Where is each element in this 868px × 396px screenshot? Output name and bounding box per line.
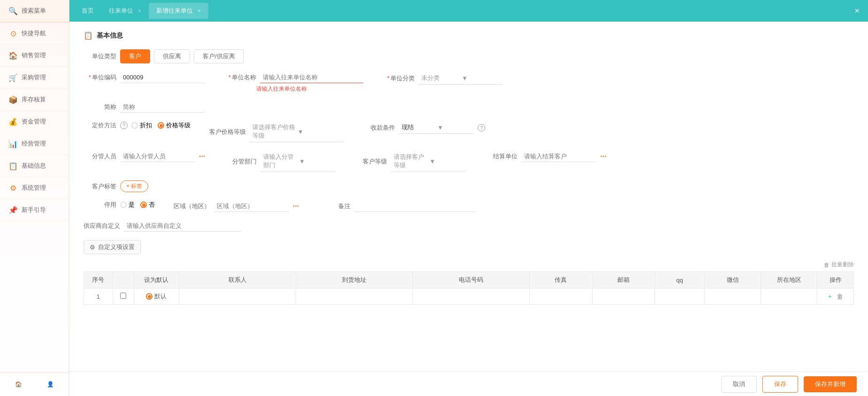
row-actions: + 🗑 xyxy=(817,288,854,305)
sidebar-item-newbie[interactable]: 📌 新手引导 xyxy=(0,199,69,221)
pricing-help-icon[interactable]: ? xyxy=(120,122,128,129)
remark-input[interactable] xyxy=(354,201,476,212)
manager-more-btn[interactable]: ··· xyxy=(199,152,205,161)
customer-level-placeholder: 请选择客户等级 xyxy=(394,153,427,170)
disabled-no[interactable]: 否 xyxy=(140,201,155,209)
row-add-btn[interactable]: + xyxy=(827,293,833,300)
pricing-radio-group: 折扣 价格等级 xyxy=(131,121,190,130)
payment-help-icon[interactable]: ? xyxy=(478,124,485,132)
table-row: 1 默认 xyxy=(84,288,854,305)
region-input[interactable] xyxy=(214,201,289,212)
sidebar-item-inventory[interactable]: 📦 库存核算 xyxy=(0,89,69,111)
short-name-input[interactable] xyxy=(120,101,205,113)
remark-col: 备注 xyxy=(318,201,476,212)
tab-home[interactable]: 首页 xyxy=(74,3,101,19)
dept-placeholder: 请输入分管部门 xyxy=(263,153,297,170)
supplier-custom-label: 供应商自定义 xyxy=(84,222,120,230)
disabled-label: 停用 xyxy=(84,201,116,209)
disabled-yes[interactable]: 是 xyxy=(120,201,135,209)
customer-level-select[interactable]: 请选择客户等级 ▼ xyxy=(391,151,466,172)
col-wechat: 微信 xyxy=(705,272,761,288)
sidebar-item-finance[interactable]: 💰 资金管理 xyxy=(0,111,69,133)
sidebar: 🔍 搜索菜单 ⊙ 快捷导航 🏠 销售管理 🛒 采购管理 📦 库存核算 💰 资金管… xyxy=(0,0,69,396)
tab-partners[interactable]: 往来单位 × xyxy=(101,3,149,19)
sidebar-item-basic[interactable]: 📋 基础信息 xyxy=(0,155,69,177)
row-region[interactable] xyxy=(761,288,817,305)
row-wechat-input[interactable] xyxy=(716,293,749,300)
unit-btn-customer[interactable]: 客户 xyxy=(120,49,150,63)
row-checkbox[interactable] xyxy=(113,288,134,305)
row-contact-input[interactable] xyxy=(184,293,291,300)
row-address-input[interactable] xyxy=(301,293,408,300)
sidebar-home-btn[interactable]: 🏠 xyxy=(5,377,33,391)
row-email-input[interactable] xyxy=(605,293,642,300)
unit-btn-supplier[interactable]: 供应离 xyxy=(154,49,190,63)
tab-partners-close[interactable]: × xyxy=(138,8,141,14)
row-phone-input[interactable] xyxy=(418,293,525,300)
sidebar-search-label: 搜索菜单 xyxy=(22,7,46,15)
pricing-label: 定价方法 xyxy=(84,121,116,130)
row-fax-input[interactable] xyxy=(542,293,579,300)
row-default-radio[interactable]: 默认 xyxy=(139,292,174,301)
unit-code-input[interactable] xyxy=(120,72,205,83)
bottom-bar: 取消 保存 保存并新增 xyxy=(69,372,868,396)
sidebar-item-sales[interactable]: 🏠 销售管理 xyxy=(0,45,69,67)
save-new-button[interactable]: 保存并新增 xyxy=(804,376,857,392)
cancel-button[interactable]: 取消 xyxy=(721,376,757,393)
sidebar-item-quicknav[interactable]: ⊙ 快捷导航 xyxy=(0,23,69,45)
unit-btn-both[interactable]: 客户/供应离 xyxy=(194,49,244,63)
tab-new-partner[interactable]: 新增往来单位 × xyxy=(149,3,208,19)
sidebar-system-label: 系统管理 xyxy=(22,184,46,192)
dept-select[interactable]: 请输入分管部门 ▼ xyxy=(260,151,335,172)
manager-input[interactable] xyxy=(120,151,195,162)
sidebar-basic-label: 基础信息 xyxy=(22,162,46,170)
tab-new-partner-close[interactable]: × xyxy=(198,8,201,14)
content-area: 📋 基本信息 单位类型 客户 供应离 客户/供应离 *单位编码 *单 xyxy=(69,22,868,372)
unit-code-col: *单位编码 xyxy=(84,72,205,83)
row-email[interactable] xyxy=(592,288,655,305)
pricing-radio-price-level[interactable]: 价格等级 xyxy=(158,121,190,130)
payment-select[interactable]: 现结 ▼ xyxy=(399,121,474,134)
row-phone[interactable] xyxy=(413,288,530,305)
custom-settings-button[interactable]: ⚙ 自定义项设置 xyxy=(84,240,141,254)
customer-price-select[interactable]: 请选择客户价格等级 ▼ xyxy=(250,121,343,142)
row-check-input[interactable] xyxy=(120,293,126,299)
add-tag-button[interactable]: + 标签 xyxy=(120,180,148,192)
settlement-more-btn[interactable]: ··· xyxy=(600,152,606,161)
row-qq-input[interactable] xyxy=(666,293,694,300)
row-address[interactable] xyxy=(296,288,413,305)
supplier-custom-col: 供应商自定义 xyxy=(84,220,241,232)
row-wechat[interactable] xyxy=(705,288,761,305)
sidebar-item-purchase[interactable]: 🛒 采购管理 xyxy=(0,67,69,89)
tab-new-partner-label: 新增往来单位 xyxy=(156,7,193,15)
save-button[interactable]: 保存 xyxy=(762,376,798,393)
inventory-icon: 📦 xyxy=(8,95,18,104)
tab-bar-close-btn[interactable]: × xyxy=(851,4,863,18)
customer-level-col: 客户等级 请选择客户等级 ▼ xyxy=(354,151,466,172)
row-default-dot xyxy=(148,295,151,298)
region-label: 区域（地区） xyxy=(174,202,210,210)
sidebar-item-system[interactable]: ⚙ 系统管理 xyxy=(0,177,69,199)
row-qq[interactable] xyxy=(655,288,705,305)
pricing-radio-discount[interactable]: 折扣 xyxy=(131,121,152,130)
unit-category-select[interactable]: 未分类 ▼ xyxy=(419,72,503,85)
unit-name-input[interactable] xyxy=(260,72,363,83)
row-contact[interactable] xyxy=(179,288,296,305)
settlement-input[interactable] xyxy=(521,151,596,162)
row-fax[interactable] xyxy=(530,288,592,305)
region-more-btn[interactable]: ··· xyxy=(293,202,299,210)
section-title: 📋 基本信息 xyxy=(84,31,854,40)
batch-delete-label[interactable]: 批量删除 xyxy=(831,261,854,269)
sidebar-item-operation[interactable]: 📊 经营管理 xyxy=(0,133,69,155)
disabled-region-row: 停用 是 否 区域（地区） ··· xyxy=(84,201,854,212)
supplier-custom-input[interactable] xyxy=(124,220,241,232)
row-default-circle xyxy=(146,293,152,300)
row-region-input[interactable] xyxy=(773,293,806,300)
sidebar-inventory-label: 库存核算 xyxy=(22,95,46,104)
sidebar-item-search[interactable]: 🔍 搜索菜单 xyxy=(0,0,69,23)
section-title-text: 基本信息 xyxy=(97,31,123,40)
row-delete-btn[interactable]: 🗑 xyxy=(835,293,845,300)
customer-price-label: 客户价格等级 xyxy=(209,128,246,136)
col-contact: 联系人 xyxy=(179,272,296,288)
sidebar-user-btn[interactable]: 👤 xyxy=(37,377,65,391)
